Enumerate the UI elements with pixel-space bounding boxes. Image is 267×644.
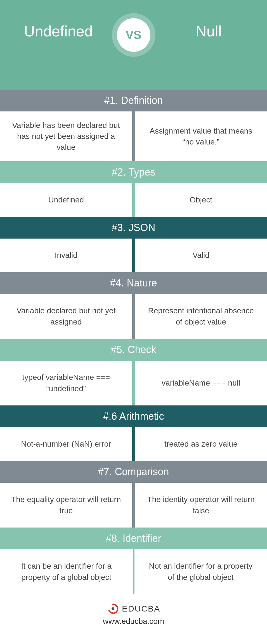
vs-badge: VS [117,18,150,52]
cell-definition-right: Assignment value that means “no value.” [135,111,267,161]
row-identifier: It can be an identifier for a property o… [0,549,267,594]
divider [132,294,135,339]
footer-brand: EDUCBA [122,604,160,613]
divider [132,183,135,217]
hero-header: Undefined VS Null [0,0,267,90]
cell-types-right: Object [135,183,267,217]
cell-comparison-right: The identity operator will return false [135,483,267,528]
divider [132,427,135,461]
cell-definition-left: Variable has been declared but has not y… [0,111,132,161]
row-arithmetic: Not-a-number (NaN) error treated as zero… [0,427,267,461]
section-header-arithmetic: #.6 Arithmetic [0,405,267,427]
section-header-comparison: #7. Comparison [0,461,267,483]
divider [132,239,135,272]
cell-nature-right: Represent intentional absence of object … [135,294,267,339]
cell-json-right: Valid [135,239,267,272]
divider [132,483,135,528]
cell-check-right: variableName === null [135,361,267,405]
cell-arithmetic-right: treated as zero value [135,427,267,461]
row-nature: Variable declared but not yet assigned R… [0,294,267,339]
cell-identifier-left: It can be an identifier for a property o… [0,549,133,594]
section-header-types: #2. Types [0,161,267,183]
logo-icon [107,603,119,615]
footer: EDUCBA www.educba.com [0,594,267,637]
cell-comparison-left: The equality operator will return true [0,483,132,528]
row-check: typeof variableName === “undefined” vari… [0,361,267,405]
row-types: Undefined Object [0,183,267,217]
section-header-json: #3. JSON [0,217,267,239]
row-definition: Variable has been declared but has not y… [0,111,267,161]
row-comparison: The equality operator will return true T… [0,483,267,528]
section-header-nature: #4. Nature [0,272,267,294]
svg-point-0 [112,607,114,610]
footer-logo: EDUCBA [107,603,160,615]
row-json: Invalid Valid [0,239,267,272]
divider [132,361,135,405]
hero-left-title: Undefined [0,17,117,40]
cell-arithmetic-left: Not-a-number (NaN) error [0,427,132,461]
cell-identifier-right: Not an identifier for a property of the … [134,549,267,594]
cell-json-left: Invalid [0,239,132,272]
cell-check-left: typeof variableName === “undefined” [0,361,132,405]
cell-nature-left: Variable declared but not yet assigned [0,294,132,339]
hero-right-title: Null [150,17,267,40]
infographic-container: Undefined VS Null #1. Definition Variabl… [0,0,267,637]
divider [132,111,135,161]
section-header-definition: #1. Definition [0,90,267,111]
footer-url: www.educba.com [0,617,267,626]
section-header-check: #5. Check [0,339,267,361]
cell-types-left: Undefined [0,183,132,217]
section-header-identifier: #8. Identifier [0,528,267,549]
